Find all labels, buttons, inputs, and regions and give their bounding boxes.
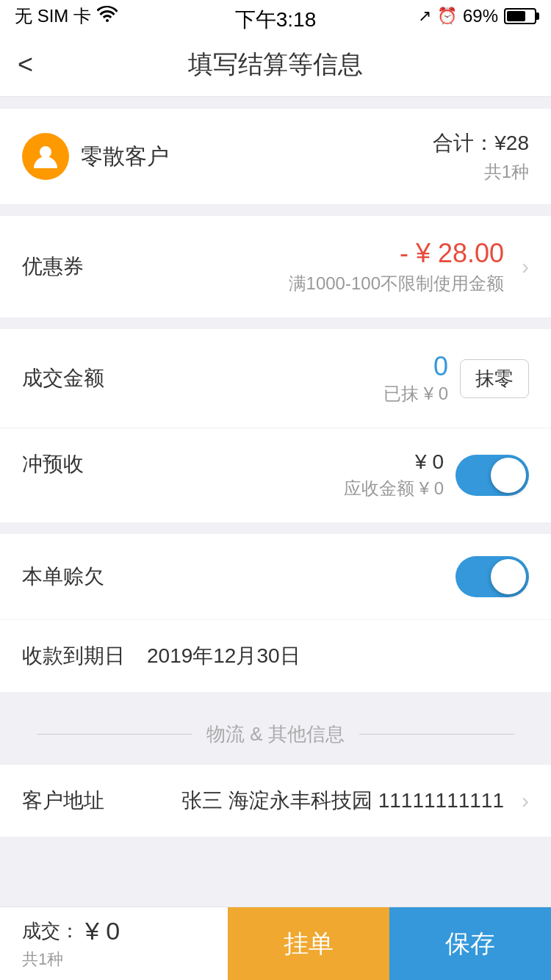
- due-date-value: 2019年12月30日: [147, 642, 300, 670]
- deal-amount-row: 成交金额 0 已抹 ¥ 0 抹零: [0, 329, 551, 428]
- page-title: 填写结算等信息: [188, 48, 363, 82]
- prepayment-toggle[interactable]: [455, 455, 529, 496]
- credit-toggle-knob: [491, 559, 526, 594]
- prepayment-right: ¥ 0 应收金额 ¥ 0: [84, 450, 529, 500]
- deal-amount-label: 成交金额: [22, 364, 104, 392]
- round-zero-button[interactable]: 抹零: [460, 359, 529, 398]
- credit-right: [104, 556, 529, 597]
- content: 零散客户 合计：¥28 共1种 优惠券 - ¥ 28.00 满1000-100不…: [0, 109, 551, 937]
- credit-toggle[interactable]: [455, 556, 529, 597]
- no-sim-text: 无 SIM 卡: [15, 4, 91, 28]
- pending-button[interactable]: 挂单: [228, 907, 389, 981]
- save-button[interactable]: 保存: [389, 907, 551, 981]
- due-date-label: 收款到期日: [22, 642, 125, 670]
- address-card[interactable]: 客户地址 张三 海淀永丰科技园 11111111111 ›: [0, 765, 551, 837]
- coupon-description: 满1000-100不限制使用金额: [289, 272, 504, 295]
- customer-avatar: [22, 133, 69, 180]
- customer-row: 零散客户 合计：¥28 共1种: [0, 109, 551, 204]
- coupon-discount: - ¥ 28.00: [289, 238, 504, 269]
- address-arrow-icon: ›: [522, 788, 529, 813]
- battery-percentage: 69%: [463, 6, 498, 26]
- address-right: 张三 海淀永丰科技园 11111111111 ›: [104, 787, 529, 815]
- prepayment-row: 冲预收 ¥ 0 应收金额 ¥ 0: [0, 428, 551, 522]
- logistics-label: 物流 & 其他信息: [206, 721, 345, 747]
- address-label: 客户地址: [22, 787, 104, 815]
- wifi-icon: [97, 6, 118, 26]
- bottom-count: 共1种: [22, 948, 206, 970]
- coupon-arrow-icon: ›: [522, 254, 529, 279]
- bottom-info: 成交： ¥ 0 共1种: [0, 917, 228, 970]
- credit-card: 本单赊欠 收款到期日 2019年12月30日: [0, 534, 551, 692]
- due-date-row: 收款到期日 2019年12月30日: [0, 619, 551, 692]
- deal-amount-value: 0: [383, 351, 448, 382]
- customer-count: 共1种: [433, 160, 529, 184]
- status-time: 下午3:18: [235, 6, 317, 34]
- credit-label: 本单赊欠: [22, 563, 104, 591]
- deal-amount-sub: 已抹 ¥ 0: [383, 382, 448, 406]
- transaction-card: 成交金额 0 已抹 ¥ 0 抹零 冲预收 ¥ 0 应收金额 ¥ 0: [0, 329, 551, 522]
- address-value: 张三 海淀永丰科技园 11111111111: [181, 787, 504, 815]
- deal-amount-block: 0 已抹 ¥ 0: [383, 351, 448, 406]
- address-row[interactable]: 客户地址 张三 海淀永丰科技园 11111111111 ›: [0, 765, 551, 837]
- status-bar: 无 SIM 卡 下午3:18 ↗ ⏰ 69%: [0, 0, 551, 32]
- deal-amount-right: 0 已抹 ¥ 0 抹零: [104, 351, 529, 406]
- back-button[interactable]: <: [18, 49, 33, 80]
- toggle-knob: [491, 458, 526, 493]
- coupon-row[interactable]: 优惠券 - ¥ 28.00 满1000-100不限制使用金额 ›: [0, 216, 551, 317]
- coupon-value-block: - ¥ 28.00 满1000-100不限制使用金额: [289, 238, 504, 295]
- prepayment-sub: 应收金额 ¥ 0: [344, 477, 444, 500]
- customer-total: 合计：¥28: [433, 129, 529, 157]
- prepayment-label: 冲预收: [22, 450, 84, 478]
- coupon-card[interactable]: 优惠券 - ¥ 28.00 满1000-100不限制使用金额 ›: [0, 216, 551, 317]
- status-left: 无 SIM 卡: [15, 4, 118, 28]
- coupon-right: - ¥ 28.00 满1000-100不限制使用金额 ›: [84, 238, 529, 295]
- prepayment-values: ¥ 0 应收金额 ¥ 0: [344, 450, 444, 500]
- nav-bar: < 填写结算等信息: [0, 32, 551, 97]
- customer-name: 零散客户: [81, 142, 169, 172]
- bottom-deal-row: 成交： ¥ 0: [22, 917, 206, 945]
- battery-icon: [504, 8, 536, 24]
- bottom-bar: 成交： ¥ 0 共1种 挂单 保存: [0, 907, 551, 980]
- bottom-deal-value: ¥ 0: [85, 917, 120, 945]
- location-icon: ↗: [418, 7, 431, 26]
- logistics-section-header: 物流 & 其他信息: [0, 704, 551, 765]
- bottom-deal-label: 成交：: [22, 918, 79, 944]
- customer-right: 合计：¥28 共1种: [433, 129, 529, 184]
- coupon-label: 优惠券: [22, 253, 84, 281]
- customer-card: 零散客户 合计：¥28 共1种: [0, 109, 551, 204]
- credit-row: 本单赊欠: [0, 534, 551, 619]
- prepayment-value: ¥ 0: [415, 450, 444, 474]
- status-right: ↗ ⏰ 69%: [418, 6, 536, 26]
- alarm-icon: ⏰: [437, 7, 457, 26]
- svg-point-0: [40, 146, 51, 158]
- customer-left: 零散客户: [22, 133, 169, 180]
